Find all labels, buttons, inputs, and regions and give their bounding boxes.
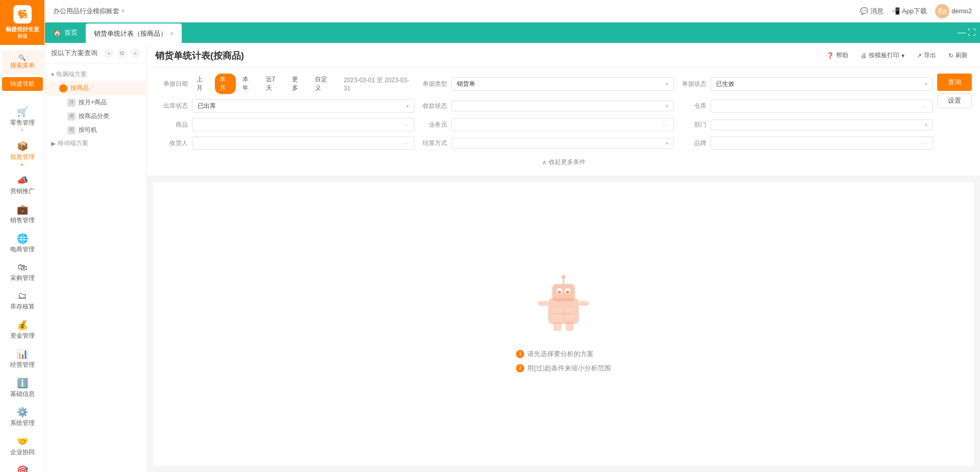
left-panel-icons: ＋ ⚙ « — [104, 48, 140, 58]
recvstatus-select[interactable]: ▾ — [451, 101, 674, 111]
settings-scheme-btn[interactable]: ⚙ — [117, 48, 127, 58]
logo-icon: 畅 — [13, 5, 32, 23]
sidebar-item-guide[interactable]: 🎯 新手引导 — [0, 461, 44, 472]
date-btn-this-year[interactable]: 本年 — [238, 74, 259, 94]
tab-controls: — ⛶ — [958, 28, 980, 37]
outstatus-select[interactable]: 已出库 ▾ — [192, 99, 414, 113]
sidebar-item-basic-info[interactable]: ℹ️ 基础信息 — [0, 373, 44, 403]
filter-warehouse-cell: 仓库 ··· — [674, 100, 933, 113]
sidebar-search[interactable]: 🔍 搜索菜单 — [2, 50, 43, 74]
finance-icon: 💰 — [17, 319, 28, 331]
salesperson-input[interactable]: ··· — [451, 118, 674, 131]
sidebar-item-system[interactable]: ⚙️ 系统管理 — [0, 403, 44, 432]
collapse-more-btn[interactable]: ∧ 收起更多条件 — [155, 155, 972, 170]
tab-minimize-icon[interactable]: — — [958, 28, 966, 37]
sidebar-item-finance[interactable]: 💰 资金管理 — [0, 315, 44, 344]
sidebar-item-purchase[interactable]: 🛍 采购管理 — [0, 258, 44, 287]
industry-name: 办公用品行业模拟账套 — [53, 7, 119, 16]
outstatus-value: 已出库 — [198, 102, 216, 110]
warehouse-input[interactable]: ··· — [710, 100, 933, 113]
sidebar-item-retail[interactable]: 🛒 零售管理 ▾ — [0, 102, 44, 136]
date-btn-custom[interactable]: 自定义 — [310, 74, 337, 94]
tree-group-desktop-label: 电脑端方案 — [56, 70, 87, 79]
tree-item-by-month-goods[interactable]: 月 按月+商品 — [45, 96, 146, 109]
content-area: 按以下方案查询 ＋ ⚙ « ▾ 电脑端方案 按商品 月 — [45, 43, 980, 472]
export-btn[interactable]: ↗ 导出 — [913, 49, 940, 62]
goods-input[interactable]: ··· — [192, 118, 414, 131]
industry-selector[interactable]: 办公用品行业模拟账套 ▾ — [53, 7, 125, 16]
dept-select[interactable]: ▾ — [710, 120, 933, 130]
doctype-select[interactable]: 销货单 ▾ — [451, 77, 674, 91]
query-buttons: 查询 设置 — [937, 74, 972, 108]
svg-rect-11 — [566, 322, 574, 331]
receiver-dots-icon: ··· — [403, 139, 409, 147]
app-name: 畅捷信好生意 — [6, 26, 39, 33]
sidebar-item-inventory[interactable]: 🗂 库存核算 — [0, 287, 44, 315]
settings-btn[interactable]: 设置 — [937, 93, 972, 108]
sidebar-search-section: 🔍 搜索菜单 快捷导航 — [0, 45, 44, 95]
user-btn[interactable]: Ea demo2 — [935, 4, 972, 18]
payment-chevron-icon: ▾ — [666, 140, 668, 146]
page-title-row: 销货单统计表(按商品) ❓ 帮助 🖨 按模板打印 ▾ ↗ — [155, 49, 972, 62]
brand-label: 品牌 — [674, 139, 710, 148]
scheme-icon-driver: 司 — [67, 126, 76, 134]
tab-active[interactable]: 销货单统计表（按商品） × — [86, 23, 182, 44]
tab-maximize-icon[interactable]: ⛶ — [968, 28, 976, 37]
active-scheme-icon — [59, 84, 67, 92]
docstatus-label: 单据状态 — [674, 80, 710, 88]
query-btn[interactable]: 查询 — [937, 74, 972, 91]
tree-group-mobile-expand-icon: ▶ — [51, 140, 56, 147]
sidebar-item-ecommerce[interactable]: 🌐 电商管理 — [0, 229, 44, 258]
retail-icon: 🛒 — [17, 106, 28, 117]
message-btn[interactable]: 💬 消息 — [860, 7, 884, 16]
sidebar-quick-nav[interactable]: 快捷导航 — [2, 77, 43, 91]
date-btn-more[interactable]: 更多 — [287, 74, 308, 94]
scheme-icon-category: 类 — [67, 112, 76, 121]
receiver-input[interactable]: ··· — [192, 136, 414, 150]
filter-date-cell: 单据日期 上月 本月 本年 近7天 更多 自定义 — [155, 74, 414, 94]
tree-item-by-category[interactable]: 类 按商品分类 — [45, 109, 146, 123]
download-btn[interactable]: 📲 App下载 — [892, 7, 927, 16]
tab-home[interactable]: 🏠 首页 — [45, 22, 86, 43]
tree-item-by-driver[interactable]: 司 按司机 — [45, 123, 146, 137]
tree-item-by-goods[interactable]: 按商品 — [45, 81, 146, 96]
empty-step-2: 2 用[过滤]条件来缩小分析范围 — [516, 362, 610, 375]
template-print-btn[interactable]: 🖨 按模板打印 ▾ — [856, 49, 909, 62]
export-icon: ↗ — [917, 52, 922, 59]
sidebar-item-enterprise[interactable]: 🤝 企业协同 — [0, 432, 44, 461]
sidebar-item-sales[interactable]: 💼 销售管理 — [0, 200, 44, 229]
sidebar-item-wholesale[interactable]: 📦 批发管理 ▴ — [0, 136, 44, 171]
svg-rect-8 — [538, 301, 548, 306]
sidebar-item-management[interactable]: 📊 经营管理 — [0, 344, 44, 373]
goods-dots-icon: ··· — [403, 121, 409, 129]
guide-icon: 🎯 — [17, 465, 28, 472]
svg-point-7 — [561, 275, 566, 279]
refresh-btn[interactable]: ↻ 刷新 — [944, 49, 972, 62]
tab-active-label: 销货单统计表（按商品） — [94, 29, 167, 38]
collapse-panel-btn[interactable]: « — [130, 48, 140, 58]
filter-row-1: 单据日期 上月 本月 本年 近7天 更多 自定义 — [155, 74, 933, 94]
filter-rows-container: 单据日期 上月 本月 本年 近7天 更多 自定义 — [155, 74, 972, 155]
add-scheme-btn[interactable]: ＋ — [104, 48, 114, 58]
help-btn[interactable]: ❓ 帮助 — [822, 49, 852, 62]
page-title: 销货单统计表(按商品) — [155, 50, 244, 62]
filter-rows: 单据日期 上月 本月 本年 近7天 更多 自定义 — [155, 74, 933, 155]
page-header: 销货单统计表(按商品) ❓ 帮助 🖨 按模板打印 ▾ ↗ — [147, 43, 980, 67]
warehouse-label: 仓库 — [674, 102, 710, 110]
tree-group-desktop[interactable]: ▾ 电脑端方案 — [45, 68, 146, 81]
left-panel-title: 按以下方案查询 — [51, 49, 97, 58]
date-shortcuts: 上月 本月 本年 近7天 更多 自定义 — [192, 74, 337, 94]
date-btn-last-month[interactable]: 上月 — [192, 74, 213, 94]
date-range-display: 2023-03-01 至 2023-03-31 — [344, 76, 414, 92]
tab-close-icon[interactable]: × — [170, 30, 174, 37]
sidebar-item-marketing[interactable]: 📣 营销推广 — [0, 171, 44, 200]
username: demo2 — [951, 7, 972, 15]
date-btn-this-month[interactable]: 本月 — [215, 74, 236, 94]
payment-select[interactable]: ▾ — [451, 138, 674, 149]
date-btn-7days[interactable]: 近7天 — [261, 74, 286, 94]
tree-group-mobile-label: 移动端方案 — [58, 139, 88, 148]
docstatus-select[interactable]: 已生效 ▾ — [710, 77, 933, 91]
brand-input[interactable]: ··· — [710, 136, 933, 150]
tree-group-mobile[interactable]: ▶ 移动端方案 — [45, 137, 146, 150]
dept-chevron-icon: ▾ — [925, 122, 927, 128]
